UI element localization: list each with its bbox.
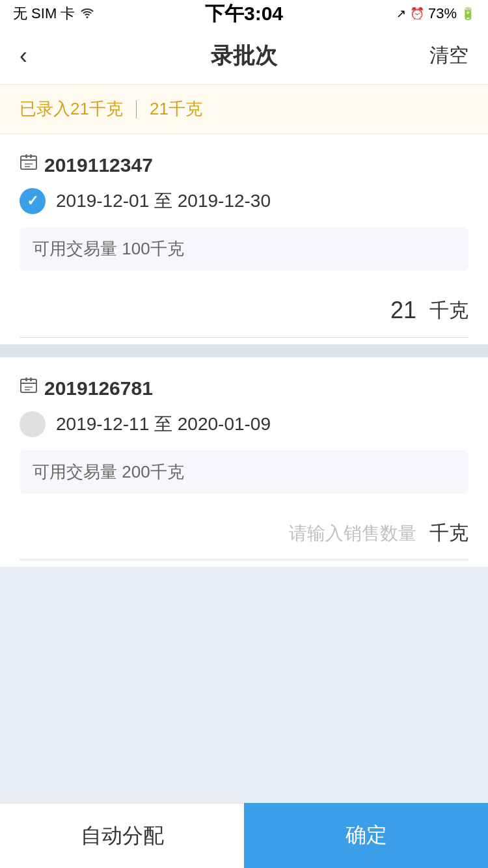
- batch-date-row-2[interactable]: 2019-12-11 至 2020-01-09: [0, 406, 488, 444]
- batch-date-1: 2019-12-01 至 2019-12-30: [56, 189, 271, 213]
- summary-label: 已录入21千克: [20, 98, 123, 120]
- carrier-text: 无 SIM 卡: [13, 4, 75, 23]
- section-separator: [0, 344, 488, 357]
- batch-avail-2: 可用交易量 200千克: [20, 450, 468, 494]
- checkmark-1: ✓: [27, 193, 38, 210]
- svg-rect-8: [25, 377, 27, 381]
- quantity-value-1[interactable]: 21: [390, 297, 416, 324]
- status-bar: 无 SIM 卡 下午3:04 ↗ ⏰ 73% 🔋: [0, 0, 488, 27]
- batch-avail-1: 可用交易量 100千克: [20, 227, 468, 271]
- svg-rect-2: [25, 154, 27, 158]
- summary-bar: 已录入21千克 21千克: [0, 85, 488, 134]
- bottom-empty-area: [0, 567, 488, 827]
- batch-number-2: 2019126781: [44, 377, 153, 400]
- svg-rect-0: [21, 156, 36, 169]
- battery-text: 73%: [428, 5, 457, 22]
- summary-value: 21千克: [150, 98, 202, 120]
- batch-checkbox-2[interactable]: [20, 411, 46, 437]
- batch-header-2: 2019126781: [0, 357, 488, 406]
- confirm-button[interactable]: 确定: [244, 803, 488, 868]
- back-button[interactable]: ‹: [20, 42, 27, 70]
- batch-date-row-1[interactable]: ✓ 2019-12-01 至 2019-12-30: [0, 183, 488, 221]
- batch-icon-1: [20, 154, 38, 176]
- quantity-placeholder-2[interactable]: 请输入销售数量: [289, 521, 416, 546]
- status-bar-left: 无 SIM 卡: [13, 4, 94, 23]
- clear-button[interactable]: 清空: [429, 42, 468, 69]
- quantity-separator-1: [20, 337, 468, 344]
- page-title: 录批次: [211, 41, 277, 71]
- quantity-separator-2: [20, 560, 468, 567]
- location-icon: ↗: [396, 7, 406, 21]
- wifi-icon: [80, 5, 94, 22]
- svg-rect-6: [21, 379, 36, 392]
- batch-header-1: 2019112347: [0, 134, 488, 183]
- batch-checkbox-1[interactable]: ✓: [20, 188, 46, 214]
- status-bar-right: ↗ ⏰ 73% 🔋: [396, 5, 475, 22]
- summary-divider: [136, 100, 137, 118]
- svg-rect-9: [30, 377, 32, 381]
- quantity-row-1: 21 千克: [0, 284, 488, 337]
- bottom-bar: 自动分配 确定: [0, 803, 488, 868]
- batch-number-1: 2019112347: [44, 154, 153, 176]
- alarm-icon: ⏰: [410, 7, 424, 21]
- batch-card-2: 2019126781 2019-12-11 至 2020-01-09 可用交易量…: [0, 357, 488, 567]
- battery-icon: 🔋: [461, 7, 475, 21]
- batch-icon-2: [20, 377, 38, 400]
- content-area: 已录入21千克 21千克 2019112347 ✓ 2019-12-: [0, 85, 488, 827]
- status-bar-time: 下午3:04: [205, 1, 283, 27]
- batch-card-1: 2019112347 ✓ 2019-12-01 至 2019-12-30 可用交…: [0, 134, 488, 344]
- batch-date-2: 2019-12-11 至 2020-01-09: [56, 412, 271, 437]
- nav-bar: ‹ 录批次 清空: [0, 27, 488, 85]
- quantity-row-2: 请输入销售数量 千克: [0, 507, 488, 560]
- quantity-unit-1: 千克: [429, 297, 468, 324]
- svg-rect-3: [30, 154, 32, 158]
- auto-distribute-button[interactable]: 自动分配: [0, 803, 244, 868]
- quantity-unit-2: 千克: [429, 520, 468, 547]
